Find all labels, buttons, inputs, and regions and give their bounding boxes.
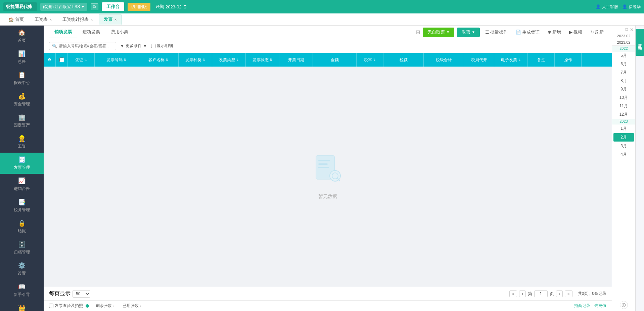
month-2023-03[interactable]: 3月 <box>612 142 635 150</box>
home-sidebar-icon: 🏠 <box>18 29 26 36</box>
verify-check-label[interactable]: 发票查验及拍照 <box>49 303 89 309</box>
sub-tab-expense-ticket[interactable]: 费用小票 <box>105 26 134 38</box>
th-tax-rate[interactable]: 税率 ⇅ <box>357 53 383 67</box>
old-version-button[interactable]: 切到旧版 <box>128 3 150 11</box>
sidebar-item-sales-ledger[interactable]: 📈 进销台账 <box>0 174 44 195</box>
th-amount: 金额 <box>313 53 357 67</box>
close-panel-button[interactable]: ✕ <box>629 26 635 34</box>
sub-tab-purchase-invoice[interactable]: 进项发票 <box>77 26 105 38</box>
search-input[interactable] <box>59 44 109 48</box>
show-detail-checkbox-label[interactable]: 显示明细 <box>151 43 173 49</box>
used-label: 已用张数： <box>123 303 143 309</box>
page-label: 第 <box>528 291 532 297</box>
more-filter-button[interactable]: ▼ 更多条件 ▼ <box>120 43 147 49</box>
month-2022-12[interactable]: 12月 <box>612 110 635 119</box>
generate-voucher-button[interactable]: 📄 生成凭证 <box>513 28 542 37</box>
logo-text: 畅捷通易代账 <box>6 4 32 10</box>
sidebar-item-settings[interactable]: ⚙️ 设置 <box>0 259 44 280</box>
take-ticket-button[interactable]: 取票 ▼ <box>457 28 480 37</box>
tab-home-label: 首页 <box>15 16 24 23</box>
tab-payroll-stat[interactable]: 工资统计报表 × <box>57 14 98 25</box>
sidebar-item-home[interactable]: 🏠 首页 <box>0 26 44 47</box>
th-voucher[interactable]: 凭证 ⇅ <box>68 53 95 67</box>
go-recharge-link[interactable]: 去充值 <box>594 303 606 309</box>
th-inv-category[interactable]: 发票类型 ⇅ <box>212 53 246 67</box>
sidebar-item-payroll[interactable]: 👷 工资 <box>0 131 44 153</box>
sidebar-item-member[interactable]: 👑 畅会员 <box>0 301 44 311</box>
month-2023-02[interactable]: 2月 <box>613 133 634 142</box>
svg-rect-3 <box>318 167 329 168</box>
sidebar-item-reports[interactable]: 📋 报表中心 <box>0 68 44 89</box>
month-2023-04[interactable]: 4月 <box>612 150 635 159</box>
month-2022-05[interactable]: 5月 <box>612 51 635 60</box>
th-inv-status[interactable]: 发票状态 ⇅ <box>246 53 279 67</box>
prev-page-button[interactable]: ‹ <box>519 290 526 297</box>
period-date-row-1[interactable]: 2023.02 <box>612 33 635 39</box>
th-customer[interactable]: 客户名称 ⇅ <box>138 53 179 67</box>
sidebar-item-archive[interactable]: 🗄️ 归档管理 <box>0 237 44 259</box>
current-page-input[interactable] <box>534 290 548 297</box>
sidebar-item-finance[interactable]: 💰 资金管理 <box>0 89 44 110</box>
search-box[interactable]: 🔍 <box>49 42 116 50</box>
e-invoice-sort-icon: ⇅ <box>518 58 521 62</box>
grid-icon: ⊞ <box>416 29 420 35</box>
sidebar-item-close[interactable]: 🔒 结账 <box>0 216 44 237</box>
tax-rate-sort-icon: ⇅ <box>373 58 376 62</box>
verify-checkbox[interactable] <box>49 304 53 308</box>
sidebar-close-label: 结账 <box>18 228 26 234</box>
search-icon: 🔍 <box>52 44 57 48</box>
month-2022-08[interactable]: 8月 <box>612 77 635 85</box>
user-avatar[interactable]: 👤 徐溢华 <box>622 4 641 10</box>
month-2022-07[interactable]: 7月 <box>612 68 635 77</box>
year-2023-header: 2023 <box>612 119 635 124</box>
video-button[interactable]: ▶ 视频 <box>566 28 585 37</box>
first-page-button[interactable]: « <box>509 290 517 297</box>
tab-payroll[interactable]: 工资表 × <box>30 14 57 25</box>
month-2022-09[interactable]: 9月 <box>612 85 635 93</box>
th-settings[interactable]: ⚙ <box>44 53 56 67</box>
sidebar-settings-label: 设置 <box>18 271 26 276</box>
tab-payroll-close[interactable]: × <box>50 17 52 22</box>
tab-payroll-stat-close[interactable]: × <box>91 17 93 22</box>
sidebar-item-invoice-mgmt[interactable]: 🧾 发票管理 <box>0 153 44 174</box>
month-2022-10[interactable]: 10月 <box>612 93 635 102</box>
tab-bar: 🏠 首页 工资表 × 工资统计报表 × 发票 × <box>0 13 644 26</box>
th-e-invoice[interactable]: 电子发票 ⇅ <box>494 53 528 67</box>
no-ticket-button[interactable]: 无自取票 ▼ <box>423 28 454 37</box>
tab-invoice-close[interactable]: × <box>114 17 117 22</box>
service-icon: 👤 <box>596 4 601 9</box>
no-ticket-arrow: ▼ <box>446 30 450 34</box>
month-2023-01[interactable]: 1月 <box>612 124 635 133</box>
sidebar-item-assets[interactable]: 🏢 固定资产 <box>0 110 44 131</box>
copy-button[interactable]: ⧉ <box>91 3 98 10</box>
sidebar-item-guide[interactable]: 📖 新手引导 <box>0 280 44 301</box>
close-period-icon: 🔒 <box>18 220 26 227</box>
th-checkbox[interactable] <box>56 53 68 67</box>
th-invoice-no[interactable]: 发票号码 ⇅ <box>95 53 138 67</box>
sidebar: 🏠 首页 📊 总账 📋 报表中心 💰 资金管理 🏢 固定资产 👷 工资 🧾 发票… <box>0 26 44 311</box>
th-inv-type[interactable]: 发票种类 ⇅ <box>179 53 212 67</box>
period-date-row-2[interactable]: 2023.02 <box>612 39 635 46</box>
panel-expand-icon[interactable]: ⊕ <box>620 301 628 309</box>
next-page-button[interactable]: › <box>556 290 563 297</box>
open-period-button[interactable]: 开账日期 <box>636 29 644 56</box>
recharge-record-link[interactable]: 招商记录 <box>574 303 590 309</box>
refresh-button[interactable]: ↻ 刷新 <box>588 28 606 37</box>
sidebar-item-tax[interactable]: 📑 税务管理 <box>0 195 44 216</box>
tab-home[interactable]: 🏠 首页 <box>3 14 29 25</box>
work-table-button[interactable]: 工作台 <box>102 2 124 11</box>
th-select-all-checkbox[interactable] <box>59 57 64 62</box>
month-2022-06[interactable]: 6月 <box>612 60 635 68</box>
show-detail-checkbox[interactable] <box>151 44 155 48</box>
last-page-button[interactable]: » <box>565 290 572 297</box>
sidebar-item-ledger[interactable]: 📊 总账 <box>0 47 44 68</box>
assets-icon: 🏢 <box>18 114 26 121</box>
company-selector[interactable]: (勿删) 江西股宝-LSS ▼ <box>40 3 87 11</box>
tab-invoice[interactable]: 发票 × <box>99 14 122 25</box>
batch-ops-button[interactable]: ☰ 批量操作 <box>482 28 510 37</box>
page-size-select[interactable]: 20 50 100 <box>73 290 90 298</box>
month-2022-11[interactable]: 11月 <box>612 102 635 110</box>
customer-service[interactable]: 👤 人工客服 <box>596 4 618 10</box>
sub-tab-sales-invoice[interactable]: 销项发票 <box>49 26 77 38</box>
new-button[interactable]: ⊕ 新增 <box>545 28 564 37</box>
